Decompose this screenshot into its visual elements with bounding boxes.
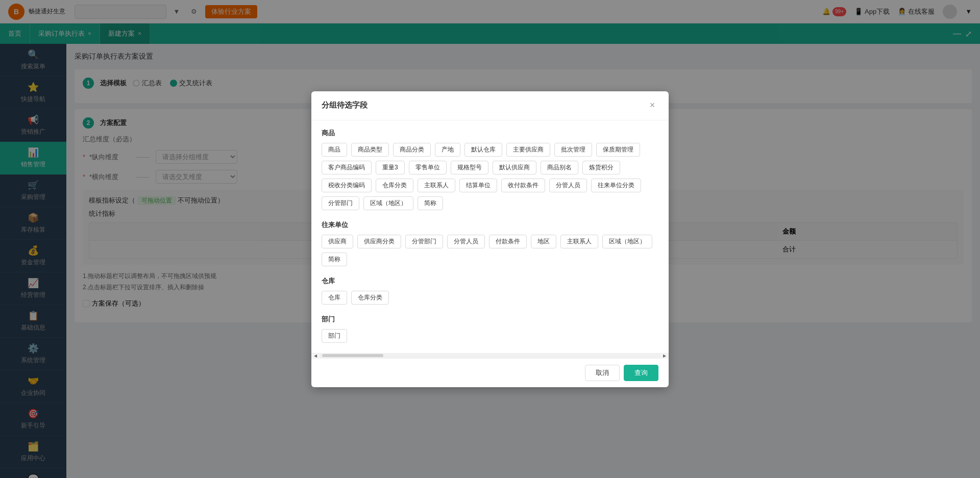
field-tag-partner-0[interactable]: 供应商 xyxy=(322,235,353,248)
field-tag-product-18[interactable]: 结算单位 xyxy=(459,179,497,192)
hscroll-right-arrow[interactable]: ▶ xyxy=(660,353,669,358)
field-tag-product-2[interactable]: 商品分类 xyxy=(393,143,431,157)
field-tag-product-20[interactable]: 分管人员 xyxy=(549,179,587,192)
field-tag-product-14[interactable]: 炼货积分 xyxy=(582,161,620,174)
field-tag-product-1[interactable]: 商品类型 xyxy=(351,143,389,157)
partner-field-tags: 供应商 供应商分类 分管部门 分管人员 付款条件 地区 主联系人 区域（地区） … xyxy=(322,235,658,266)
field-tag-partner-6[interactable]: 主联系人 xyxy=(560,235,598,248)
field-tag-product-17[interactable]: 主联系人 xyxy=(418,179,455,192)
field-tag-partner-3[interactable]: 分管人员 xyxy=(447,235,485,248)
hscroll-left-arrow[interactable]: ◀ xyxy=(311,353,320,358)
partner-section-title: 往来单位 xyxy=(322,220,658,230)
modal-horizontal-scrollbar[interactable]: ◀ ▶ xyxy=(311,353,669,358)
field-tag-partner-1[interactable]: 供应商分类 xyxy=(357,235,401,248)
field-tag-product-9[interactable]: 重量3 xyxy=(376,161,405,174)
modal-cancel-button[interactable]: 取消 xyxy=(585,365,620,381)
field-tag-product-4[interactable]: 默认仓库 xyxy=(464,143,502,157)
hscroll-thumb xyxy=(322,354,383,357)
warehouse-section-title: 仓库 xyxy=(322,276,658,286)
field-tag-product-23[interactable]: 区域（地区） xyxy=(363,196,413,210)
hscroll-area: ◀ ▶ xyxy=(311,354,669,358)
department-section-title: 部门 xyxy=(322,315,658,324)
field-tag-product-11[interactable]: 规格型号 xyxy=(451,161,488,174)
warehouse-field-tags: 仓库 仓库分类 xyxy=(322,291,658,305)
field-tag-partner-2[interactable]: 分管部门 xyxy=(405,235,443,248)
field-tag-product-10[interactable]: 零售单位 xyxy=(409,161,447,174)
field-section-warehouse: 仓库 仓库 仓库分类 xyxy=(322,276,658,305)
field-tag-partner-8[interactable]: 简称 xyxy=(322,253,347,266)
field-tag-product-3[interactable]: 产地 xyxy=(435,143,460,157)
field-tag-product-24[interactable]: 简称 xyxy=(418,196,443,210)
hscroll-track[interactable] xyxy=(320,353,660,358)
field-tag-product-6[interactable]: 批次管理 xyxy=(554,143,592,157)
field-section-department: 部门 部门 xyxy=(322,315,658,343)
field-tag-product-15[interactable]: 税收分类编码 xyxy=(322,179,372,192)
field-tag-partner-4[interactable]: 付款条件 xyxy=(489,235,527,248)
field-tag-product-7[interactable]: 保质期管理 xyxy=(596,143,640,157)
field-tag-product-19[interactable]: 收付款条件 xyxy=(501,179,545,192)
field-tag-product-5[interactable]: 主要供应商 xyxy=(506,143,550,157)
field-tag-product-22[interactable]: 分管部门 xyxy=(322,196,359,210)
field-tag-warehouse-1[interactable]: 仓库分类 xyxy=(351,291,389,305)
field-tag-partner-7[interactable]: 区域（地区） xyxy=(602,235,652,248)
field-section-partner: 往来单位 供应商 供应商分类 分管部门 分管人员 付款条件 地区 主联系人 区域… xyxy=(322,220,658,266)
product-section-title: 商品 xyxy=(322,129,658,138)
field-tag-product-8[interactable]: 客户商品编码 xyxy=(322,161,372,174)
field-tag-product-16[interactable]: 仓库分类 xyxy=(376,179,413,192)
field-tag-dept-0[interactable]: 部门 xyxy=(322,329,347,343)
product-field-tags: 商品 商品类型 商品分类 产地 默认仓库 主要供应商 批次管理 保质期管理 客户… xyxy=(322,143,658,210)
field-tag-warehouse-0[interactable]: 仓库 xyxy=(322,291,347,305)
field-tag-product-13[interactable]: 商品别名 xyxy=(541,161,578,174)
modal-dialog: 分组待选字段 × 商品 商品 商品类型 商品分类 产地 默认仓库 主要供应商 批… xyxy=(311,91,669,387)
modal-confirm-button[interactable]: 查询 xyxy=(624,365,658,381)
modal-header: 分组待选字段 × xyxy=(311,91,669,120)
modal-close-button[interactable]: × xyxy=(646,99,658,112)
field-tag-product-12[interactable]: 默认供应商 xyxy=(493,161,536,174)
field-tag-product-21[interactable]: 往来单位分类 xyxy=(591,179,641,192)
department-field-tags: 部门 xyxy=(322,329,658,343)
field-tag-partner-5[interactable]: 地区 xyxy=(531,235,556,248)
field-section-product: 商品 商品 商品类型 商品分类 产地 默认仓库 主要供应商 批次管理 保质期管理… xyxy=(322,129,658,210)
modal-title: 分组待选字段 xyxy=(322,100,368,110)
field-tag-product-0[interactable]: 商品 xyxy=(322,143,347,157)
modal-overlay: 分组待选字段 × 商品 商品 商品类型 商品分类 产地 默认仓库 主要供应商 批… xyxy=(0,0,980,478)
modal-footer: 取消 查询 xyxy=(311,358,669,387)
modal-body[interactable]: 商品 商品 商品类型 商品分类 产地 默认仓库 主要供应商 批次管理 保质期管理… xyxy=(311,120,669,353)
